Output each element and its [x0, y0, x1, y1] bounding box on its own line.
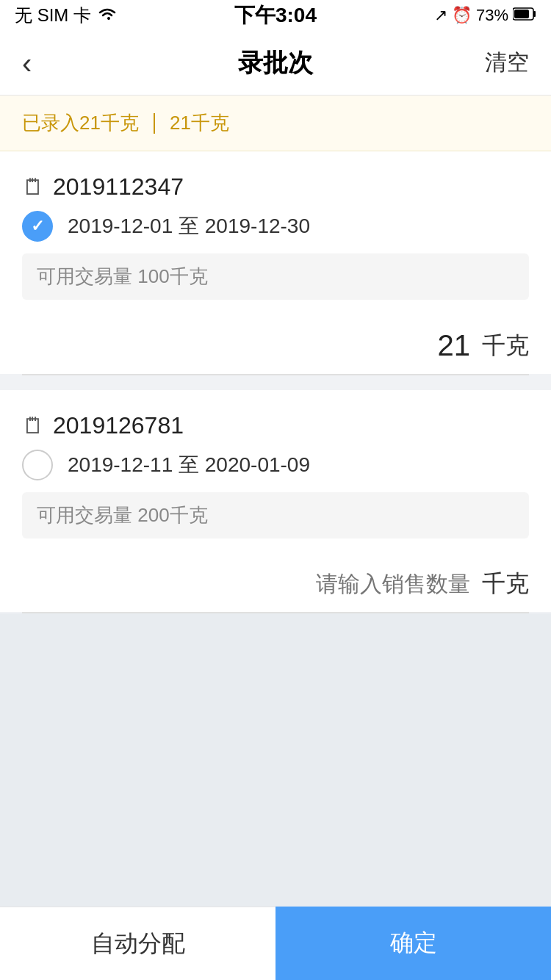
- bottom-bar: 自动分配 确定: [0, 907, 551, 980]
- batch1-radio[interactable]: [22, 211, 53, 242]
- batch2-date-row[interactable]: 2019-12-11 至 2020-01-09: [22, 450, 529, 480]
- batch2-icon: 🗒: [22, 414, 44, 439]
- batch2-header: 🗒 2019126781: [22, 412, 529, 439]
- batch2-available: 可用交易量 200千克: [22, 492, 529, 538]
- batch2-id: 2019126781: [53, 412, 184, 439]
- batch1-available: 可用交易量 100千克: [22, 253, 529, 300]
- clear-button[interactable]: 清空: [485, 48, 529, 78]
- batch2-radio[interactable]: [22, 450, 53, 480]
- batch1-header: 🗒 2019112347: [22, 173, 529, 201]
- info-label: 已录入21千克: [22, 110, 139, 136]
- status-right: ↗ ⏰ 73%: [434, 6, 536, 25]
- wifi-icon: [97, 5, 118, 26]
- info-divider: [154, 113, 155, 134]
- battery-percent: 73%: [476, 6, 508, 25]
- nav-bar: ‹ 录批次 清空: [0, 31, 551, 96]
- batch1-date-row[interactable]: 2019-12-01 至 2019-12-30: [22, 211, 529, 242]
- batch1-id: 2019112347: [53, 173, 184, 201]
- info-value: 21千克: [170, 110, 229, 136]
- battery-icon: [513, 6, 536, 25]
- svg-rect-2: [514, 10, 529, 18]
- batch-item-2: 🗒 2019126781 2019-12-11 至 2020-01-09 可用交…: [0, 390, 551, 553]
- batch1-date: 2019-12-01 至 2019-12-30: [68, 212, 310, 240]
- batch1-amount-input[interactable]: [353, 329, 470, 362]
- status-bar: 无 SIM 卡 下午3:04 ↗ ⏰ 73%: [0, 0, 551, 31]
- no-sim-label: 无 SIM 卡: [15, 4, 91, 27]
- auto-distribute-button[interactable]: 自动分配: [0, 907, 276, 980]
- batch2-unit: 千克: [482, 568, 529, 600]
- status-left: 无 SIM 卡: [15, 4, 118, 27]
- batch-item-1: 🗒 2019112347 2019-12-01 至 2019-12-30 可用交…: [0, 151, 551, 314]
- info-banner: 已录入21千克 21千克: [0, 96, 551, 151]
- gray-area: [0, 613, 551, 937]
- alarm-icon: ⏰: [452, 6, 472, 25]
- section-separator: [0, 375, 551, 390]
- batch2-date: 2019-12-11 至 2020-01-09: [68, 451, 310, 479]
- location-icon: ↗: [434, 6, 447, 25]
- page-title: 录批次: [238, 46, 313, 80]
- svg-rect-1: [533, 11, 536, 17]
- batch1-amount-unit: 千克: [482, 330, 529, 362]
- confirm-button[interactable]: 确定: [276, 907, 551, 980]
- batch2-input-row: 千克: [0, 553, 551, 612]
- batch1-amount-row: 千克: [0, 314, 551, 374]
- back-button[interactable]: ‹: [22, 48, 32, 78]
- batch2-amount-input[interactable]: [250, 572, 470, 597]
- batch1-icon: 🗒: [22, 175, 44, 200]
- status-time: 下午3:04: [234, 1, 317, 29]
